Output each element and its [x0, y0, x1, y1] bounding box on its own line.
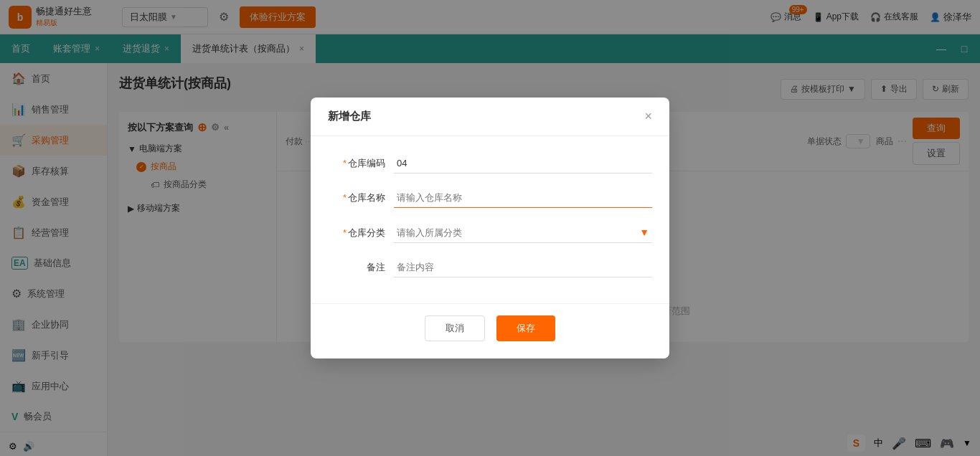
form-row-code: *仓库编码: [328, 153, 652, 174]
category-input[interactable]: [397, 227, 639, 238]
category-label: *仓库分类: [328, 227, 385, 239]
required-star-category: *: [343, 227, 347, 238]
modal-overlay: 新增仓库 × *仓库编码 *仓库名称 *仓库分类: [0, 0, 980, 456]
code-label: *仓库编码: [328, 157, 385, 170]
modal-title: 新增仓库: [328, 110, 371, 123]
category-chevron-icon[interactable]: ▼: [639, 227, 649, 238]
modal-close-button[interactable]: ×: [644, 109, 652, 124]
save-button[interactable]: 保存: [496, 315, 555, 341]
required-star-name: *: [343, 192, 347, 203]
modal-header: 新增仓库 ×: [311, 98, 669, 136]
form-row-category: *仓库分类 ▼: [328, 222, 652, 243]
note-label: 备注: [328, 261, 385, 274]
required-star-code: *: [343, 158, 347, 168]
new-warehouse-modal: 新增仓库 × *仓库编码 *仓库名称 *仓库分类: [311, 98, 669, 358]
warehouse-code-input[interactable]: [394, 153, 652, 174]
category-select-wrap[interactable]: ▼: [394, 222, 652, 243]
note-input[interactable]: [394, 257, 652, 277]
cancel-button[interactable]: 取消: [425, 315, 485, 341]
modal-body: *仓库编码 *仓库名称 *仓库分类 ▼: [311, 136, 669, 303]
form-row-note: 备注: [328, 257, 652, 277]
warehouse-name-input[interactable]: [394, 188, 652, 208]
form-row-name: *仓库名称: [328, 188, 652, 208]
modal-footer: 取消 保存: [311, 303, 669, 358]
name-label: *仓库名称: [328, 191, 385, 204]
